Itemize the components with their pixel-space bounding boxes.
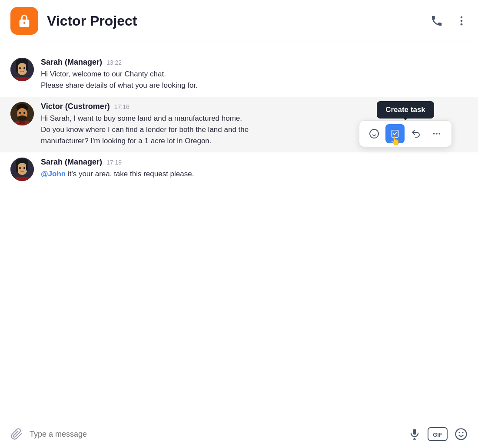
reaction-container: Create task 👆 — [359, 101, 452, 147]
svg-point-0 — [461, 16, 463, 19]
svg-rect-7 — [16, 63, 18, 72]
message-row: Sarah (Manager) 17:19 @John it's your ar… — [0, 152, 478, 186]
reply-icon — [411, 128, 421, 139]
avatar — [10, 58, 34, 81]
emoji-icon — [369, 128, 379, 139]
sarah-avatar-2 — [10, 158, 34, 181]
svg-rect-35 — [15, 177, 30, 181]
message-content: Sarah (Manager) 17:19 @John it's your ar… — [41, 158, 468, 180]
svg-point-1 — [461, 20, 463, 22]
message-header: Sarah (Manager) 13:22 — [41, 58, 468, 67]
mic-icon — [408, 428, 421, 440]
svg-point-24 — [433, 133, 435, 135]
message-content: Sarah (Manager) 13:22 Hi Victor, welcome… — [41, 58, 468, 92]
svg-rect-19 — [19, 121, 25, 124]
header-action-group — [430, 14, 468, 27]
svg-point-16 — [19, 112, 21, 113]
svg-rect-32 — [26, 163, 28, 171]
chat-header: Victor Project — [0, 0, 478, 42]
message-time: 17:16 — [114, 103, 129, 110]
mic-button[interactable] — [408, 428, 421, 440]
reply-button[interactable] — [406, 124, 425, 143]
messages-area: Sarah (Manager) 13:22 Hi Victor, welcome… — [0, 42, 478, 420]
emoji-smile-icon — [455, 428, 468, 441]
phone-icon — [430, 14, 443, 27]
create-task-button[interactable]: 👆 — [385, 124, 405, 143]
svg-point-26 — [439, 133, 441, 135]
message-input-bar: GIF — [0, 420, 478, 448]
victor-avatar — [10, 102, 34, 125]
paperclip-icon — [10, 428, 23, 440]
svg-point-34 — [23, 167, 25, 169]
svg-rect-11 — [15, 77, 30, 81]
svg-point-9 — [19, 67, 21, 69]
svg-point-33 — [19, 167, 21, 169]
avatar — [10, 102, 34, 125]
call-button[interactable] — [430, 14, 443, 27]
svg-point-17 — [23, 112, 25, 113]
gif-button[interactable]: GIF — [428, 427, 448, 441]
task-icon — [390, 129, 400, 138]
message-time: 17:19 — [106, 159, 122, 166]
more-vertical-icon — [455, 15, 468, 27]
svg-point-15 — [17, 115, 27, 121]
attach-button[interactable] — [10, 428, 23, 440]
message-row: Sarah (Manager) 13:22 Hi Victor, welcome… — [0, 53, 478, 97]
message-text: @John it's your area, take this request … — [41, 168, 468, 180]
channel-title: Victor Project — [47, 13, 430, 29]
svg-point-2 — [461, 23, 463, 26]
svg-text:GIF: GIF — [433, 432, 442, 438]
emoji-reaction-button[interactable] — [365, 124, 384, 143]
svg-rect-36 — [413, 429, 416, 435]
svg-point-20 — [370, 129, 378, 138]
svg-point-10 — [23, 67, 25, 69]
more-dots-icon — [432, 129, 441, 138]
message-input[interactable] — [30, 430, 402, 439]
sender-name: Sarah (Manager) — [41, 158, 102, 167]
input-action-group: GIF — [408, 427, 468, 441]
svg-point-25 — [436, 133, 438, 135]
sender-name: Sarah (Manager) — [41, 58, 102, 67]
message-text: Hi Victor, welcome to our Chanty chat. P… — [41, 69, 468, 92]
lock-icon — [17, 13, 32, 28]
message-time: 13:22 — [106, 59, 122, 66]
sarah-avatar — [10, 58, 34, 81]
gif-icon: GIF — [428, 427, 448, 441]
more-options-button[interactable] — [455, 15, 468, 27]
sender-name: Victor (Custromer) — [41, 102, 110, 111]
emoji-input-button[interactable] — [455, 428, 468, 441]
message-header: Sarah (Manager) 17:19 — [41, 158, 468, 167]
message-row: Victor (Custromer) 17:16 Hi Sarah, I wan… — [0, 97, 478, 152]
avatar — [10, 158, 34, 181]
mention-suffix-text: it's your area, take this request please… — [66, 170, 194, 178]
create-task-tooltip: Create task — [377, 101, 434, 119]
svg-rect-31 — [16, 163, 18, 172]
more-message-options-button[interactable] — [427, 124, 446, 143]
svg-point-6 — [17, 63, 27, 75]
reaction-toolbar: 👆 — [359, 120, 452, 147]
svg-point-41 — [456, 429, 467, 440]
mention-tag: @John — [41, 170, 66, 178]
svg-point-30 — [17, 163, 27, 175]
svg-rect-8 — [26, 63, 28, 71]
channel-icon — [10, 7, 38, 35]
